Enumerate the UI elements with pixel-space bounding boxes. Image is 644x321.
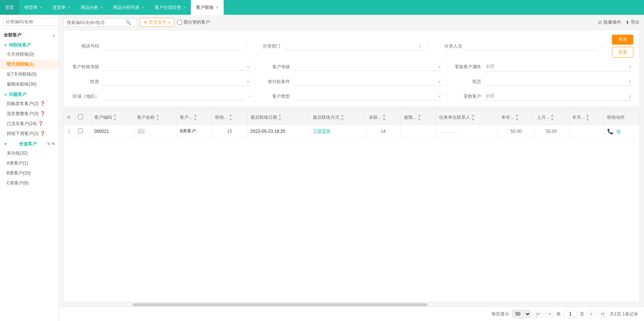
close-customer-contact-icon[interactable]: × [216,5,218,10]
top-navigation: 首页 销货单 × 进货单 × 商品分析 × 商品分析列表 × 客户分层经营 × … [0,0,644,15]
nav-customer-tier[interactable]: 客户分层经营 × [150,0,191,15]
sidebar-collapse-icon[interactable]: « [52,33,55,38]
code-sort-icon[interactable]: ▲▼ [113,113,117,122]
col-no-contact: 未联... ▲▼ [365,110,401,125]
batch-operation-button[interactable]: ☑ 批量操作 [598,19,621,25]
first-page-button[interactable]: |< [534,310,543,318]
content-area: 🔍 ▼ 更多条件 ∧ 我分管的客户 ☑ 批量操作 ⬆ 导出 [59,15,644,321]
sidebar-item-churn-warning[interactable]: 流失预警客户(3) ❓ [0,109,59,119]
filter-customer-level-select[interactable]: ∨ [293,63,442,71]
sidebar-item-repurchase-abnormal[interactable]: 回购异常客户(2) ❓ [0,99,59,109]
filter-status-select[interactable]: ∨ [484,78,633,86]
select-all-checkbox[interactable] [78,114,83,119]
close-sales-icon[interactable]: × [40,5,42,10]
contact-count-sort-icon[interactable]: ▲▼ [228,113,233,122]
contact-person-sort-icon[interactable]: ▲▼ [471,113,475,122]
no-contact-sort-icon[interactable]: ▲▼ [382,113,386,122]
filter-manager-input[interactable] [465,42,598,50]
horizontal-scrollbar[interactable] [59,302,644,307]
close-purchase-icon[interactable]: × [68,5,70,10]
filter-nature-select[interactable]: ∨ [102,78,251,86]
filter-dept-select[interactable]: ∨ [283,42,423,50]
row-checkbox[interactable] [78,128,83,133]
last-method-sort-icon[interactable]: ▲▼ [340,113,344,122]
sidebar-search-input[interactable] [3,18,59,26]
filter-region-input[interactable] [102,93,245,100]
nav-customer-contact[interactable]: 客户联络 × [191,0,223,15]
filter-scatter-attr-arrow-icon: ∨ [629,64,632,69]
more-filter-button[interactable]: ▼ 更多条件 ∧ [140,18,174,27]
filter-scatter-customer-select[interactable]: 全部 ∨ [484,92,633,101]
filter-status-label: 状态 [452,79,481,85]
filter-dept-label: 分管部门 [251,43,280,49]
row-last-date: 2023-05-23 18:25: [247,125,310,138]
close-product-analysis-icon[interactable]: × [101,5,103,10]
action-phone-icon[interactable]: 📞 [607,128,613,134]
sidebar-item-overdue-contact[interactable]: 逾期未联络(30) [0,79,59,89]
last-month-sort-icon[interactable]: ▲▼ [550,113,554,122]
search-input[interactable] [67,20,126,25]
type-sort-icon[interactable]: ▲▼ [193,113,197,122]
sidebar-item-a-class[interactable]: A类客户(1) [0,158,59,168]
sidebar-group-pending[interactable]: 待联络客户 [0,40,59,49]
sidebar-item-declining[interactable]: 持续下滑客户(2) ❓ [0,129,59,139]
search-icon[interactable]: 🔍 [126,20,131,25]
filter-phone: 电话号码 [70,42,242,50]
this-year-sort-icon[interactable]: ▲▼ [515,113,519,122]
sidebar-item-ungrouped[interactable]: 未分组(32) [0,148,59,158]
filter-scatter-attr-select[interactable]: 全部 ∨ [484,62,633,71]
filter-phone-input[interactable] [102,42,242,50]
filter-customer-level: 客户等级 ∨ [260,63,442,71]
settings-button[interactable]: 设置 [612,47,633,58]
filter-manager-more-icon[interactable]: ··· [601,44,605,49]
last-contact-method-link[interactable]: 下销货单 [313,128,330,134]
nav-home[interactable]: 首页 [0,0,19,15]
sidebar-item-tomorrow-contact[interactable]: 明天待联络(1) [0,59,59,69]
sidebar-item-churned[interactable]: 已流失客户(24) ❓ [0,119,59,129]
scrollbar-thumb[interactable] [133,303,427,306]
sidebar-item-b-class[interactable]: B类客户(33) [0,168,59,178]
sidebar-group-problem[interactable]: 问题客户 [0,89,59,99]
filter-price-level-select[interactable]: ∨ [102,63,251,71]
data-table: ⚙ 客户编码 ▲▼ 客户名称 ▲▼ [64,110,639,138]
sidebar-all-customers[interactable]: 全部客户 « [0,29,59,40]
row-name: Ea [134,125,176,138]
overdue-sort-icon[interactable]: ▲▼ [417,113,421,122]
nav-product-analysis[interactable]: 商品分析 × [76,0,108,15]
sidebar-item-today-contact[interactable]: 今天待联络(0) [0,49,59,59]
filter-scatter-attr: 零散客户属性 全部 ∨ [452,62,633,71]
filter-scatter-customer-arrow-icon: ∨ [629,94,632,99]
row-overdue [401,125,436,138]
toolbar-right: ☑ 批量操作 ⬆ 导出 [598,19,640,25]
sidebar-item-7days-contact[interactable]: 近7天待联络(0) [0,69,59,79]
last-date-sort-icon[interactable]: ▲▼ [278,113,282,122]
search-box: 🔍 [63,18,137,27]
sidebar-item-c-class[interactable]: C类客户(6) [0,178,59,188]
filter-status: 状态 ∨ [452,78,633,86]
prev-page-button[interactable]: < [546,310,553,318]
next-page-button[interactable]: > [587,310,595,318]
filter-row-3: 性质 ∨ 收付款条件 ∨ 状态 [70,76,633,87]
close-customer-tier-icon[interactable]: × [183,5,186,10]
export-button[interactable]: ⬆ 导出 [626,19,640,25]
gear-icon[interactable]: ⚙ [67,115,71,120]
page-size-select[interactable]: 50 100 200 [512,310,531,318]
filter-customer-type-select[interactable]: ∨ [293,93,442,100]
nav-sales[interactable]: 销货单 × [19,0,47,15]
name-sort-icon[interactable]: ▲▼ [155,113,160,122]
table-row: 1 000021 Ea B类客户 15 2023-05-23 18:25: 下销… [64,125,639,138]
sidebar-search-area: 🔍 [0,15,59,29]
filter-scatter-customer-label: 零散客户 [452,93,481,100]
action-more-icon[interactable]: ⊞ [616,128,621,134]
this-month-sort-icon[interactable]: ▲▼ [585,113,590,122]
query-button[interactable]: 查询 [612,35,633,45]
my-customer-checkbox[interactable] [177,20,182,25]
nav-purchase[interactable]: 进货单 × [47,0,75,15]
last-page-button[interactable]: >| [598,310,607,318]
filter-region-more-icon[interactable]: ··· [248,94,251,99]
filter-payment-select[interactable]: ∨ [293,78,442,86]
sidebar-group-value[interactable]: 价值客户 ↻ ✎ [0,139,59,148]
page-input[interactable] [564,310,577,318]
nav-product-analysis-list[interactable]: 商品分析列表 × [108,0,149,15]
close-product-analysis-list-icon[interactable]: × [142,5,144,10]
